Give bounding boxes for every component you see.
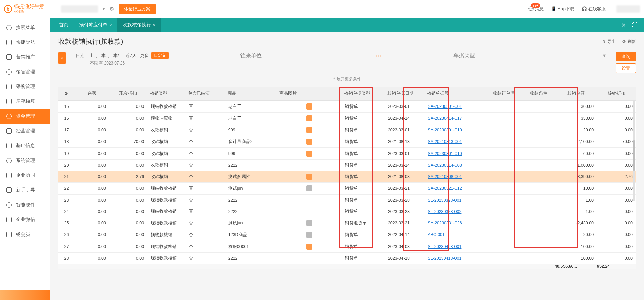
scrollbar-thumb[interactable]: [633, 140, 635, 171]
table-row[interactable]: 190.000.00收款核销否999销货单2023-03-01SA-202303…: [58, 148, 636, 160]
query-button[interactable]: 查询: [616, 52, 636, 61]
quick-date-上月[interactable]: 上月: [89, 53, 98, 59]
sidebar-item-box[interactable]: 库存核算: [0, 94, 50, 109]
tab-预付冲应付单[interactable]: 预付冲应付单×: [74, 18, 117, 32]
settings-button[interactable]: 设置: [616, 63, 636, 73]
quick-date-近7天[interactable]: 近7天: [125, 53, 137, 59]
cell-writeoff-discount: 0.00: [597, 160, 636, 171]
table-row[interactable]: 180.00-70.00收款核销否多计量商品2销货单2021-08-13SA-2…: [58, 136, 636, 148]
quick-date-本年[interactable]: 本年: [113, 53, 122, 59]
doc-type-select[interactable]: [479, 53, 600, 58]
tab-首页[interactable]: 首页: [54, 18, 74, 32]
collapse-filter-handle[interactable]: »: [58, 52, 66, 64]
sidebar-item-wechat[interactable]: 企业微信: [0, 212, 50, 227]
cell-doc-no[interactable]: SA-20210808-001: [424, 171, 485, 183]
col-header[interactable]: 核销单据号: [424, 87, 485, 101]
close-icon[interactable]: ×: [109, 23, 112, 28]
cell-doc-no[interactable]: ABC-001: [424, 229, 485, 241]
cell-doc-no[interactable]: SA-20230321-012: [424, 183, 485, 195]
expand-more-filters[interactable]: ༄ 展开更多条件: [58, 73, 636, 87]
col-header[interactable]: 核销金额: [555, 87, 597, 101]
app-download-button[interactable]: 📱 App下载: [551, 6, 574, 12]
col-header[interactable]: 现金折扣: [109, 87, 147, 101]
table-row[interactable]: 270.000.00现结收款核销否衣服00001销货单2023-04-08SL-…: [58, 241, 636, 253]
close-all-tabs-icon[interactable]: ✕: [619, 21, 627, 29]
cell-doc-no[interactable]: SL-20230418-001: [424, 253, 485, 264]
fullscreen-icon[interactable]: ⛶: [631, 21, 639, 29]
cell-doc-no[interactable]: SA-20230301-001: [424, 101, 485, 113]
partner-unit-input[interactable]: [265, 53, 376, 58]
product-thumb-icon: [306, 244, 312, 250]
gear-icon[interactable]: ⚙: [109, 6, 114, 12]
sidebar-item-chip[interactable]: 智能硬件: [0, 198, 50, 212]
cell-doc-no[interactable]: SA-20230414-017: [424, 113, 485, 124]
sidebar-item-gift[interactable]: 营销推广: [0, 50, 50, 65]
table-row[interactable]: 260.000.00预收款核销否123D商品销货单2022-04-14ABC-0…: [58, 229, 636, 241]
table-row[interactable]: 150.000.00现结收款核销否老白干销货单2023-03-01SA-2023…: [58, 101, 636, 113]
table-row[interactable]: 280.000.00现结收款核销否2222销货单2023-04-18SL-202…: [58, 253, 636, 264]
sidebar-item-book[interactable]: 新手引导: [0, 183, 50, 198]
refresh-button[interactable]: ⟳刷新: [622, 39, 636, 45]
table-row[interactable]: 160.000.00预收冲应收否老白干销货单2023-04-14SA-20230…: [58, 113, 636, 124]
sidebar-item-home[interactable]: 快捷导航: [0, 35, 50, 50]
cell-doc-type: 销货单: [341, 124, 385, 136]
experience-industry-button[interactable]: 体验行业方案: [119, 4, 156, 14]
sidebar-item-team[interactable]: 企业协同: [0, 168, 50, 183]
sidebar-item-coin[interactable]: 资金管理: [0, 109, 50, 124]
cell-doc-no[interactable]: SL-20230408-001: [424, 241, 485, 253]
col-header[interactable]: 核销折扣: [597, 87, 636, 101]
sidebar-item-search[interactable]: 搜索菜单: [0, 20, 50, 35]
col-header[interactable]: 商品: [225, 87, 277, 101]
sidebar-bottom-banner[interactable]: [0, 290, 50, 300]
sidebar-item-vip[interactable]: 畅会员: [0, 227, 50, 242]
chevron-down-icon[interactable]: ▾: [603, 52, 606, 59]
cell-doc-no[interactable]: SL-20230328-001: [424, 195, 485, 206]
col-header[interactable]: 收款条件: [523, 87, 555, 101]
table-row[interactable]: 250.000.00现结收款核销否测试jun销货退货单2023-03-31SA-…: [58, 217, 636, 229]
col-header[interactable]: 余额: [75, 87, 109, 101]
column-settings-gear[interactable]: ⚙: [58, 87, 75, 101]
org-selector[interactable]: [61, 5, 98, 13]
cell-doc-no[interactable]: SA-20230301-010: [424, 124, 485, 136]
table-row[interactable]: 240.000.00现结收款核销否2222销货单2023-03-28SL-202…: [58, 206, 636, 217]
col-header[interactable]: 包含已结清: [185, 87, 225, 101]
vertical-scrollbar[interactable]: [633, 100, 635, 201]
tab-收款核销执行[interactable]: 收款核销执行×: [117, 18, 161, 32]
col-header[interactable]: 核销单据类型: [341, 87, 385, 101]
cell-doc-no[interactable]: SA-20210813-001: [424, 136, 485, 148]
quick-date-本月[interactable]: 本月: [101, 53, 110, 59]
table-row[interactable]: 220.000.00现结收款核销否测试jun销货单2023-03-21SA-20…: [58, 183, 636, 195]
cell-balance: 0.00: [75, 217, 109, 229]
sidebar-item-label: 搜索菜单: [16, 25, 35, 31]
user-avatar[interactable]: [616, 5, 640, 13]
col-header[interactable]: 核销类型: [147, 87, 185, 101]
table-row[interactable]: 170.000.00收款核销否999销货单2023-03-01SA-202303…: [58, 124, 636, 136]
cell-doc-no[interactable]: SA-20230314-008: [424, 160, 485, 171]
sidebar-item-doc[interactable]: 经营管理: [0, 124, 50, 138]
quick-date-更多[interactable]: 更多: [140, 53, 149, 59]
tag-icon: [6, 69, 12, 75]
table-row[interactable]: 200.000.00收款核销否2222销货单2023-03-14SA-20230…: [58, 160, 636, 171]
date-custom-tag[interactable]: 自定义: [151, 52, 169, 59]
cell-product-image: [277, 241, 341, 253]
cell-doc-no[interactable]: SA-20230331-026: [424, 217, 485, 229]
cell-doc-no[interactable]: SA-20230301-010: [424, 148, 485, 160]
table-row[interactable]: 210.00-2.76收款核销否测试多属性销货单2021-08-08SA-202…: [58, 171, 636, 183]
page-title: 收款核销执行(按收款): [58, 37, 123, 46]
online-service-button[interactable]: 🎧 在线客服: [582, 6, 606, 12]
table-row[interactable]: 230.000.00现结收款核销否2222销货单2023-03-28SL-202…: [58, 195, 636, 206]
cell-doc-no[interactable]: SL-20230328-002: [424, 206, 485, 217]
sidebar-item-cart[interactable]: 采购管理: [0, 79, 50, 94]
close-icon[interactable]: ×: [153, 23, 156, 28]
sidebar-item-tag[interactable]: 销售管理: [0, 65, 50, 79]
partner-unit-picker-icon[interactable]: ⋯: [376, 52, 382, 59]
sidebar-item-layers[interactable]: 基础信息: [0, 138, 50, 153]
sidebar-item-gear[interactable]: 系统管理: [0, 153, 50, 168]
col-header[interactable]: 商品图片: [277, 87, 341, 101]
export-button[interactable]: ⇪导出: [602, 39, 616, 45]
col-header[interactable]: 收款订单号: [485, 87, 523, 101]
chevron-down-icon[interactable]: ▾: [103, 7, 105, 11]
col-header[interactable]: 核销单据日期: [385, 87, 424, 101]
messages-button[interactable]: 💬 99+ 消息: [528, 6, 544, 12]
product-thumb-icon: [306, 139, 312, 145]
